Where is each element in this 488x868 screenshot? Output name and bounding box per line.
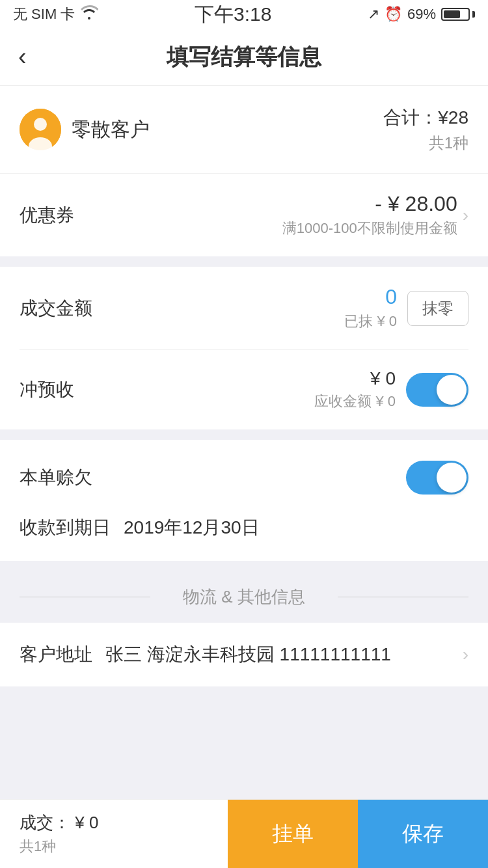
address-chevron-icon: ›	[463, 644, 468, 665]
avatar	[20, 109, 61, 150]
alarm-icon: ⏰	[385, 6, 402, 23]
status-right: ↗ ⏰ 69%	[368, 6, 475, 23]
debt-label: 本单赊欠	[20, 465, 92, 490]
prepay-toggle[interactable]	[406, 373, 468, 407]
coupon-desc: 满1000-100不限制使用金额	[282, 219, 457, 238]
battery-percent: 69%	[407, 6, 436, 23]
save-button[interactable]: 保存	[358, 800, 488, 869]
debt-toggle[interactable]	[406, 461, 468, 495]
status-bar: 无 SIM 卡 下午3:18 ↗ ⏰ 69%	[0, 0, 488, 29]
due-date-label: 收款到期日	[20, 515, 111, 540]
address-row[interactable]: 客户地址 张三 海淀永丰科技园 11111111111 ›	[0, 623, 488, 686]
customer-name: 零散客户	[72, 116, 150, 143]
toggle-knob	[437, 375, 467, 405]
logistics-header: 物流 & 其他信息	[0, 571, 488, 623]
address-section: 客户地址 张三 海淀永丰科技园 11111111111 ›	[0, 623, 488, 686]
transaction-section: 成交金额 0 已抹 ¥ 0 抹零 冲预收 ¥ 0 应收金额 ¥ 0	[0, 267, 488, 429]
already-rounded: 已抹 ¥ 0	[344, 312, 397, 331]
prepay-right: ¥ 0 应收金额 ¥ 0	[314, 368, 468, 411]
customer-section: 零散客户 合计：¥28 共1种 优惠券 - ¥ 28.00 满1000-100不…	[0, 86, 488, 256]
round-button[interactable]: 抹零	[407, 291, 468, 326]
svg-point-1	[34, 118, 47, 131]
coupon-label: 优惠券	[20, 203, 74, 228]
location-icon: ↗	[368, 6, 379, 23]
transaction-amount-row: 成交金额 0 已抹 ¥ 0 抹零	[20, 267, 468, 349]
prepay-label: 冲预收	[20, 377, 74, 402]
bottom-summary: 成交： ¥ 0 共1种	[0, 811, 228, 856]
status-time: 下午3:18	[195, 1, 271, 28]
due-date-row[interactable]: 收款到期日 2019年12月30日	[20, 515, 468, 561]
chevron-right-icon: ›	[463, 205, 468, 226]
address-value: 张三 海淀永丰科技园 11111111111	[105, 642, 463, 667]
debt-section: 本单赊欠 收款到期日 2019年12月30日	[0, 440, 488, 561]
prepay-amount: ¥ 0	[314, 368, 396, 389]
coupon-row[interactable]: 优惠券 - ¥ 28.00 满1000-100不限制使用金额 ›	[0, 173, 488, 256]
address-label: 客户地址	[20, 642, 92, 667]
battery-icon	[441, 8, 475, 21]
nav-bar: ‹ 填写结算等信息	[0, 29, 488, 86]
page-title: 填写结算等信息	[167, 42, 321, 72]
coupon-right: - ¥ 28.00 满1000-100不限制使用金额 ›	[282, 192, 468, 238]
transaction-amount-label: 成交金额	[20, 296, 92, 321]
debt-row: 本单赊欠	[20, 440, 468, 515]
customer-row: 零散客户 合计：¥28 共1种	[0, 86, 488, 173]
due-date-value: 2019年12月30日	[124, 515, 260, 540]
bottom-bar: 成交： ¥ 0 共1种 挂单 保存	[0, 799, 488, 868]
total-amount: 合计：¥28	[383, 105, 468, 130]
amount-value[interactable]: 0	[344, 285, 397, 309]
total-count: 共1种	[383, 133, 468, 154]
coupon-amount: - ¥ 28.00	[282, 192, 457, 216]
logistics-title: 物流 & 其他信息	[183, 586, 305, 608]
transaction-amount-right: 0 已抹 ¥ 0 抹零	[344, 285, 468, 331]
customer-left: 零散客户	[20, 109, 150, 150]
prepay-amount-col: ¥ 0 应收金额 ¥ 0	[314, 368, 396, 411]
person-icon	[20, 109, 61, 150]
sim-text: 无 SIM 卡	[13, 5, 75, 24]
prepay-row: 冲预收 ¥ 0 应收金额 ¥ 0	[20, 349, 468, 429]
wifi-icon	[80, 5, 98, 23]
prepay-receivable: 应收金额 ¥ 0	[314, 392, 396, 411]
hold-button[interactable]: 挂单	[228, 800, 358, 869]
bottom-summary-bottom: 共1种	[20, 837, 208, 856]
coupon-info: - ¥ 28.00 满1000-100不限制使用金额	[282, 192, 457, 238]
amount-col: 0 已抹 ¥ 0	[344, 285, 397, 331]
back-button[interactable]: ‹	[18, 43, 27, 71]
customer-right: 合计：¥28 共1种	[383, 105, 468, 154]
debt-toggle-knob	[437, 463, 467, 493]
bottom-summary-top: 成交： ¥ 0	[20, 811, 208, 834]
status-left: 无 SIM 卡	[13, 5, 98, 24]
